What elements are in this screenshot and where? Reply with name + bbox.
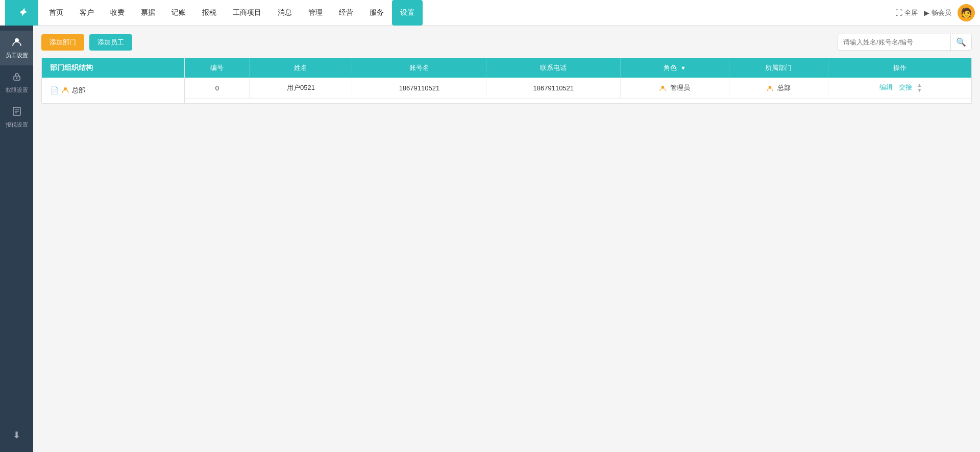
avatar-icon: 🧑: [961, 7, 972, 18]
nav-item-service[interactable]: 服务: [361, 0, 392, 26]
sidebar: 员工设置 权限设置 报税设置: [0, 26, 33, 452]
sidebar-download[interactable]: ⬇: [0, 423, 33, 447]
fullscreen-icon: ⛶: [895, 9, 902, 17]
logo-icon: ✦: [17, 6, 27, 19]
nav-items: 首页 客户 收费 票据 记账 报税 工商项目 消息 管理 经营 服务 设置: [41, 0, 895, 25]
nav-item-billing[interactable]: 收费: [102, 0, 133, 26]
search-input[interactable]: [838, 35, 950, 49]
cell-name: 用户0521: [250, 78, 352, 99]
nav-item-business[interactable]: 工商项目: [225, 0, 270, 26]
svg-point-2: [16, 78, 17, 79]
nav-item-tax[interactable]: 报税: [194, 0, 225, 26]
col-dept: 所属部门: [729, 58, 828, 78]
fullscreen-label: 全屏: [904, 8, 918, 17]
search-box: 🔍: [838, 34, 972, 51]
table-header-row: 编号 姓名 账号名 联系电话 角色 ▼ 所属部门 操作: [185, 58, 971, 78]
transfer-link[interactable]: 交接: [899, 83, 912, 91]
member-label: 畅会员: [932, 8, 951, 17]
dept-user-icon: [62, 86, 69, 95]
dept-file-icon: 📄: [50, 86, 59, 94]
content-area: 添加部门 添加员工 🔍 部门组织结构 📄: [33, 26, 980, 452]
toolbar: 添加部门 添加员工 🔍: [41, 34, 972, 51]
nav-item-operation[interactable]: 经营: [331, 0, 361, 26]
cell-code: 0: [185, 78, 250, 99]
member-icon: ▶: [924, 9, 929, 17]
col-code: 编号: [185, 58, 250, 78]
col-name: 姓名: [250, 58, 352, 78]
main-layout: 员工设置 权限设置 报税设置: [0, 26, 980, 452]
sidebar-permission-label: 权限设置: [6, 86, 28, 94]
add-employee-button[interactable]: 添加员工: [89, 34, 132, 51]
cell-account: 18679110521: [352, 78, 486, 99]
search-button[interactable]: 🔍: [950, 34, 971, 50]
download-icon: ⬇: [13, 430, 20, 441]
cell-dept: 总部: [729, 78, 828, 99]
dept-header: 部门组织结构: [42, 58, 184, 78]
top-nav: ✦ 首页 客户 收费 票据 记账 报税 工商项目 消息 管理 经营 服务 设置 …: [0, 0, 980, 26]
cell-phone: 18679110521: [486, 78, 621, 99]
cell-role: 管理员: [621, 78, 729, 99]
avatar[interactable]: 🧑: [958, 4, 975, 21]
scroll-arrows: ▲ ▼: [917, 83, 922, 93]
nav-item-accounting[interactable]: 记账: [163, 0, 194, 26]
sidebar-employee-label: 员工设置: [6, 52, 28, 59]
dept-panel: 部门组织结构 📄 总部: [42, 58, 185, 103]
nav-item-client[interactable]: 客户: [71, 0, 102, 26]
fullscreen-button[interactable]: ⛶ 全屏: [895, 8, 918, 17]
sidebar-bottom: ⬇: [0, 423, 33, 452]
dept-tree-label: 总部: [72, 86, 85, 95]
nav-item-invoice[interactable]: 票据: [133, 0, 163, 26]
dept-user-icon-row: [767, 84, 775, 91]
sidebar-item-tax-settings[interactable]: 报税设置: [0, 100, 33, 135]
search-icon: 🔍: [956, 38, 966, 46]
dept-tree: 📄 总部: [42, 78, 184, 103]
logo: ✦: [5, 0, 38, 26]
nav-item-settings[interactable]: 设置: [392, 0, 423, 26]
dept-tree-item[interactable]: 📄 总部: [48, 83, 178, 98]
add-dept-button[interactable]: 添加部门: [41, 34, 84, 51]
nav-item-message[interactable]: 消息: [270, 0, 300, 26]
panel-layout: 部门组织结构 📄 总部: [41, 58, 972, 104]
arrow-down-icon[interactable]: ▼: [917, 88, 922, 93]
sidebar-item-employee[interactable]: 员工设置: [0, 31, 33, 65]
cell-actions: 编辑 交接 ▲ ▼: [828, 78, 971, 99]
edit-link[interactable]: 编辑: [879, 83, 893, 91]
nav-item-home[interactable]: 首页: [41, 0, 71, 26]
tax-settings-icon: [12, 106, 22, 119]
role-filter-icon[interactable]: ▼: [680, 65, 686, 71]
sidebar-item-permission[interactable]: 权限设置: [0, 65, 33, 100]
table-panel: 编号 姓名 账号名 联系电话 角色 ▼ 所属部门 操作: [185, 58, 971, 103]
employee-table: 编号 姓名 账号名 联系电话 角色 ▼ 所属部门 操作: [185, 58, 971, 99]
sidebar-tax-settings-label: 报税设置: [6, 121, 28, 129]
col-account: 账号名: [352, 58, 486, 78]
member-button[interactable]: ▶ 畅会员: [924, 8, 951, 17]
nav-item-manage[interactable]: 管理: [300, 0, 331, 26]
permission-icon: [12, 72, 22, 84]
col-action: 操作: [828, 58, 971, 78]
employee-icon: [12, 37, 22, 50]
role-user-icon: [659, 84, 668, 91]
nav-right: ⛶ 全屏 ▶ 畅会员 🧑: [895, 4, 975, 21]
col-phone: 联系电话: [486, 58, 621, 78]
table-row: 0 用户0521 18679110521 18679110521: [185, 78, 971, 99]
col-role: 角色 ▼: [621, 58, 729, 78]
